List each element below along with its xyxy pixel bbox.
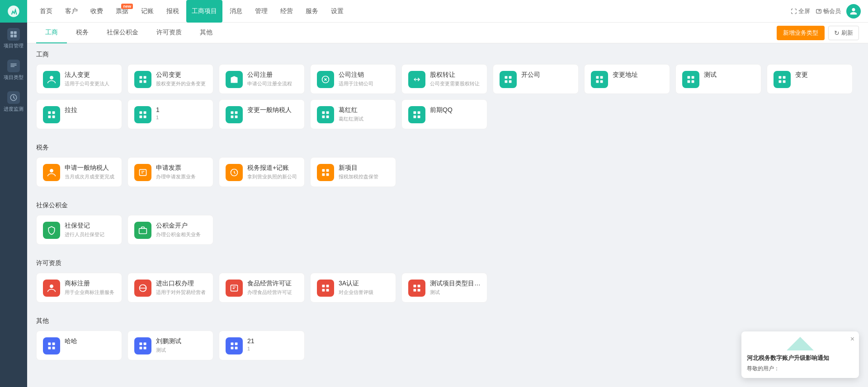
refresh-icon: ↻	[834, 29, 840, 37]
refresh-button[interactable]: ↻ 刷新	[828, 26, 859, 40]
card-company-cancel[interactable]: 公司注销 适用于注销公司	[310, 64, 396, 94]
sidebar-item-label: 项目管理	[4, 42, 24, 49]
haha-icon	[43, 337, 60, 354]
card-liupeng-test[interactable]: 刘鹏测试 测试	[127, 331, 213, 360]
card-title: 公积金开户	[156, 222, 207, 230]
card-social-insurance[interactable]: 社保登记 进行人员社保登记	[36, 215, 122, 245]
tab-other[interactable]: 其他	[191, 23, 222, 43]
notification-popup: × 河北税务数字账户升级影响通知 尊敬的用户：	[741, 331, 859, 378]
card-test-type-def[interactable]: 测试项目类型目定义 测试	[401, 273, 487, 303]
card-desc: 当月或次月成变更完成	[65, 173, 115, 180]
nav-invoice[interactable]: 票据 new	[110, 0, 134, 23]
card-change-address[interactable]: 变更地址	[584, 64, 670, 94]
card-haha[interactable]: 哈哈	[36, 331, 122, 360]
card-test1[interactable]: 测试	[675, 64, 761, 94]
card-gehonghong[interactable]: 葛红红 葛红红测试	[310, 99, 396, 129]
topnav-right: 全屏 畅会员	[791, 4, 861, 19]
food-license-icon	[226, 280, 243, 297]
tab-gongshang[interactable]: 工商	[36, 23, 67, 43]
svg-rect-59	[322, 289, 325, 292]
nav-home[interactable]: 首页	[34, 0, 58, 23]
card-provident-fund[interactable]: 公积金开户 办理公积金相关业务	[127, 215, 213, 245]
card-3a-cert[interactable]: 3A认证 对企业信誉评级	[310, 273, 396, 303]
cards-grid-shuiwu: 申请一般纳税人 当月或次月成变更完成 申请发票 办理申请发票业务	[36, 157, 859, 187]
card-lala[interactable]: 拉拉	[36, 99, 122, 129]
section-title-shuiwu: 税务	[36, 144, 859, 152]
svg-rect-71	[140, 347, 142, 350]
card-prev-qq[interactable]: 前期QQ	[401, 99, 487, 129]
nav-settings[interactable]: 设置	[326, 0, 349, 23]
nav-service[interactable]: 服务	[300, 0, 324, 23]
nav-customer[interactable]: 客户	[60, 0, 83, 23]
card-num1[interactable]: 1 1	[127, 99, 213, 129]
svg-rect-40	[322, 112, 325, 114]
card-title: 葛红红	[339, 106, 389, 114]
sidebar-item-project-type[interactable]: 项目类型	[0, 54, 27, 86]
card-change1[interactable]: 变更	[767, 64, 853, 94]
nav-bizproject[interactable]: 工商项目	[186, 0, 222, 23]
tab-shebao[interactable]: 社保公积金	[98, 23, 147, 43]
sidebar-logo[interactable]	[0, 0, 27, 23]
nav-message[interactable]: 消息	[224, 0, 248, 23]
member-btn[interactable]: 畅会员	[816, 7, 841, 15]
card-tax-report[interactable]: 税务报道+记账 拿到营业执照的新公司	[219, 157, 305, 187]
svg-rect-34	[140, 116, 142, 118]
card-title: 3A认证	[339, 280, 389, 288]
section-gongshang: 工商 法人变更 适用于公司变更法人 公司变更	[27, 43, 868, 129]
svg-rect-3	[14, 34, 17, 37]
liupeng-test-icon	[134, 337, 151, 354]
nav-fee[interactable]: 收费	[85, 0, 108, 23]
card-change-taxpayer[interactable]: 变更一般纳税人	[219, 99, 305, 129]
card-food-license[interactable]: 食品经营许可证 办理食品经营许可证	[219, 273, 305, 303]
nav-manage[interactable]: 管理	[250, 0, 273, 23]
test-type-def-icon	[408, 280, 425, 297]
card-desc: 股权变更外的业务变更	[156, 80, 207, 87]
card-desc: 申请公司注册全流程	[247, 80, 298, 87]
section-title-shebao: 社保公积金	[36, 201, 859, 210]
card-legal-change[interactable]: 法人变更 适用于公司变更法人	[36, 64, 122, 94]
card-equity-transfer[interactable]: 股权转让 公司变更需要股权转让	[401, 64, 487, 94]
avatar[interactable]	[846, 4, 861, 19]
svg-rect-25	[783, 76, 786, 79]
company-register-icon	[226, 71, 243, 88]
svg-rect-64	[418, 289, 420, 292]
progress-icon	[7, 91, 20, 104]
tab-shuiwu[interactable]: 税务	[67, 23, 98, 43]
card-import-export[interactable]: 进出口权办理 适用于对外贸易经营者	[127, 273, 213, 303]
svg-rect-10	[233, 79, 236, 83]
open-company-icon	[500, 71, 517, 88]
fullscreen-btn[interactable]: 全屏	[791, 7, 810, 15]
card-title: 公司变更	[156, 71, 207, 79]
add-type-button[interactable]: 新增业务类型	[777, 26, 825, 40]
apply-invoice-icon	[134, 164, 151, 181]
card-company-register[interactable]: 公司注册 申请公司注册全流程	[219, 64, 305, 94]
card-title: 食品经营许可证	[247, 280, 298, 288]
tab-xuke[interactable]: 许可资质	[147, 23, 191, 43]
card-desc: 适用于公司变更法人	[65, 80, 115, 87]
card-company-change[interactable]: 公司变更 股权变更外的业务变更	[127, 64, 213, 94]
nav-tax[interactable]: 报税	[161, 0, 184, 23]
svg-rect-68	[52, 347, 55, 350]
card-open-company[interactable]: 开公司	[493, 64, 579, 94]
card-title: 刘鹏测试	[156, 337, 207, 345]
card-trademark[interactable]: 商标注册 用于企业商标注册服务	[36, 273, 122, 303]
card-desc: 公司变更需要股权转让	[430, 80, 481, 87]
card-desc: 办理食品经营许可证	[247, 289, 298, 296]
sidebar-item-progress[interactable]: 进度监测	[0, 86, 27, 117]
card-apply-invoice[interactable]: 申请发票 办理申请发票业务	[127, 157, 213, 187]
card-apply-taxpayer[interactable]: 申请一般纳税人 当月或次月成变更完成	[36, 157, 122, 187]
card-num21[interactable]: 21 1	[219, 331, 305, 360]
nav-bookkeeping[interactable]: 记账	[136, 0, 159, 23]
change-address-icon	[591, 71, 608, 88]
card-title: 公司注册	[247, 71, 298, 79]
nav-operation[interactable]: 经营	[275, 0, 298, 23]
svg-rect-46	[414, 116, 416, 118]
cards-grid-shebao: 社保登记 进行人员社保登记 公积金开户 办理公积金相关业务	[36, 215, 859, 245]
topnav: 首页 客户 收费 票据 new 记账 报税 工商项目 消息 管理 经营 服务 设…	[27, 0, 868, 23]
svg-rect-27	[783, 80, 786, 83]
notification-close-btn[interactable]: ×	[850, 335, 854, 343]
cards-grid-xuke: 商标注册 用于企业商标注册服务 进出口权办理 适用于对外贸易经营者	[36, 273, 859, 303]
card-new-project[interactable]: 新项目 报税加税控盘保管	[310, 157, 396, 187]
sidebar-item-project-mgmt[interactable]: 项目管理	[0, 23, 27, 54]
svg-rect-69	[140, 343, 142, 345]
